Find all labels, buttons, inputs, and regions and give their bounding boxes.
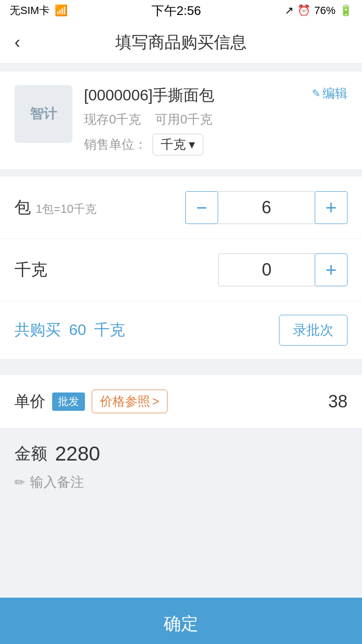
total-quantity: 60 [69, 321, 86, 338]
price-label: 单价 [14, 391, 45, 412]
separator-1 [0, 169, 362, 177]
total-row: 共购买 60 千克 录批次 [0, 301, 362, 360]
chevron-down-icon: ▾ [189, 137, 195, 152]
location-icon: ↗ [285, 4, 293, 17]
total-prefix: 共购买 [14, 321, 61, 338]
kg-label: 千克 [14, 259, 47, 281]
bao-input-row: 包 1包=10千克 − + [0, 177, 362, 239]
bao-controls: − + [185, 191, 348, 224]
bao-increment-button[interactable]: + [315, 191, 348, 224]
status-right: ↗ ⏰ 76% 🔋 [285, 4, 352, 17]
bao-input-section: 包 1包=10千克 − + 千克 + [0, 177, 362, 301]
price-value: 38 [328, 392, 348, 412]
kg-input-row: 千克 + [0, 239, 362, 301]
kg-increment-button[interactable]: + [315, 253, 348, 286]
bao-decrement-button[interactable]: − [185, 191, 218, 224]
bao-sublabel: 1包=10千克 [36, 201, 97, 217]
chevron-right-icon: > [152, 394, 159, 409]
kg-controls: + [218, 253, 348, 286]
price-ref-label: 价格参照 [100, 393, 150, 410]
confirm-button[interactable]: 确定 [0, 598, 362, 644]
status-time: 下午2:56 [152, 2, 201, 19]
battery-icon: 🔋 [339, 4, 352, 17]
kg-label-group: 千克 [14, 259, 218, 281]
bao-label: 包 [14, 196, 31, 219]
wifi-icon: 📶 [55, 4, 68, 17]
unit-label: 销售单位： [84, 136, 147, 153]
bao-input[interactable] [218, 191, 315, 224]
product-info: [0000006]手撕面包 ✎ 编辑 现存0千克 可用0千克 销售单位： 千克 … [84, 85, 348, 155]
middle-background [0, 501, 362, 598]
price-left: 单价 批发 价格参照 > [14, 390, 167, 413]
battery-text: 76% [314, 4, 335, 17]
stock-text: 现存0千克 [84, 112, 141, 126]
product-unit-row: 销售单位： 千克 ▾ [84, 134, 348, 155]
total-unit: 千克 [94, 321, 125, 338]
pencil-icon: ✏ [14, 475, 25, 490]
edit-icon: ✎ [312, 87, 320, 100]
amount-value: 2280 [55, 442, 100, 465]
amount-label: 金额 [14, 443, 47, 465]
price-row: 单价 批发 价格参照 > 38 [14, 390, 348, 413]
product-name: [0000006]手撕面包 [84, 85, 214, 106]
bao-label-group: 包 1包=10千克 [14, 196, 185, 219]
price-ref-button[interactable]: 价格参照 > [92, 390, 167, 413]
kg-input[interactable] [218, 253, 315, 286]
amount-row: 金额 2280 [14, 442, 348, 465]
unit-select[interactable]: 千克 ▾ [153, 134, 203, 155]
available-text: 可用0千克 [155, 112, 212, 126]
product-name-row: [0000006]手撕面包 ✎ 编辑 [84, 85, 348, 106]
edit-button[interactable]: ✎ 编辑 [312, 85, 348, 102]
nav-bar: ‹ 填写商品购买信息 [0, 21, 362, 64]
remark-placeholder: 输入备注 [30, 473, 84, 491]
remark-row[interactable]: ✏ 输入备注 [14, 473, 348, 491]
amount-section: 金额 2280 ✏ 输入备注 [0, 428, 362, 501]
product-thumbnail: 智计 [14, 85, 72, 143]
price-section: 单价 批发 价格参照 > 38 [0, 375, 362, 428]
edit-label: 编辑 [322, 85, 348, 102]
unit-value: 千克 [161, 136, 186, 153]
product-card: 智计 [0000006]手撕面包 ✎ 编辑 现存0千克 可用0千克 销售单位： … [0, 71, 362, 169]
batch-button[interactable]: 录批次 [279, 315, 348, 346]
status-carrier: 无SIM卡 📶 [10, 3, 68, 18]
back-button[interactable]: ‹ [14, 28, 25, 57]
price-tag: 批发 [52, 392, 85, 411]
alarm-icon: ⏰ [297, 4, 310, 17]
carrier-text: 无SIM卡 [10, 3, 50, 18]
separator-2 [0, 360, 362, 367]
status-bar: 无SIM卡 📶 下午2:56 ↗ ⏰ 76% 🔋 [0, 0, 362, 21]
product-stock: 现存0千克 可用0千克 [84, 111, 348, 128]
product-thumb-text: 智计 [30, 105, 57, 123]
page-title: 填写商品购买信息 [115, 31, 247, 54]
total-text: 共购买 60 千克 [14, 320, 125, 341]
